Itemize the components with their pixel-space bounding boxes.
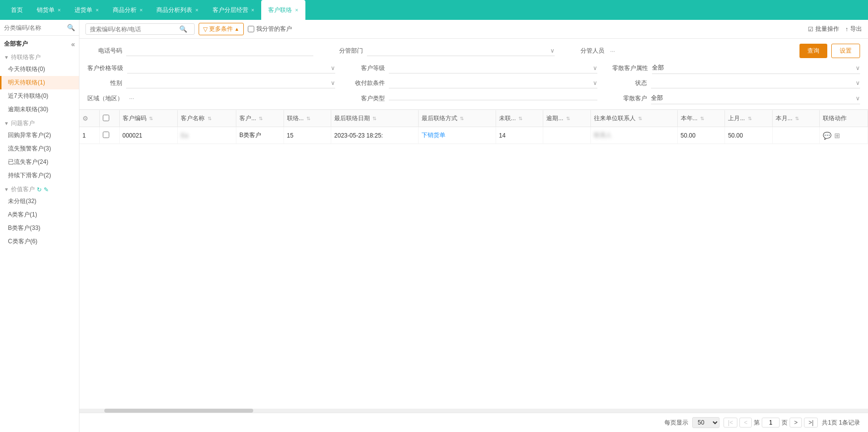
th-last-month: 上月... ⇅	[725, 110, 773, 127]
retail-customer-select[interactable]: 全部 ∨	[651, 92, 860, 104]
sidebar-item-a-class[interactable]: A类客户(1)	[0, 208, 79, 221]
th-unlinked: 未联... ⇅	[496, 110, 543, 127]
horizontal-scrollbar[interactable]	[79, 409, 868, 413]
filter-customer-type: 客户类型	[350, 94, 598, 103]
row-checkbox[interactable]	[103, 132, 109, 138]
customer-type-select[interactable]	[389, 97, 598, 100]
query-button[interactable]: 查询	[799, 44, 827, 58]
phone-input[interactable]	[126, 46, 313, 56]
sidebar-item-week-pending[interactable]: 近7天待联络(0)	[0, 89, 79, 103]
scrollbar-thumb[interactable]	[104, 409, 253, 413]
nav-purchase[interactable]: 进货单 ×	[68, 0, 105, 20]
sidebar-item-declining[interactable]: 持续下滑客户(2)	[0, 169, 79, 182]
thisyear-sort-icon[interactable]: ⇅	[700, 116, 704, 121]
dept-select[interactable]: ∨	[367, 46, 554, 56]
page-input[interactable]	[762, 418, 780, 428]
last-page-button[interactable]: >|	[804, 418, 818, 428]
contact-sort-icon[interactable]: ⇅	[306, 116, 310, 121]
first-page-button[interactable]: |<	[723, 418, 737, 428]
sidebar-item-b-class[interactable]: B类客户(33)	[0, 221, 79, 235]
td-actions: 💬 ⊞	[820, 127, 868, 144]
message-action-icon[interactable]: 💬	[823, 132, 831, 140]
refresh-icon[interactable]: ↻	[37, 186, 42, 193]
sidebar-item-churned[interactable]: 已流失客户(24)	[0, 155, 79, 169]
nav-product-list[interactable]: 商品分析列表 ×	[149, 0, 205, 20]
price-grade-chevron-icon: ∨	[331, 65, 335, 72]
unitcontact-sort-icon[interactable]: ⇅	[638, 116, 642, 121]
more-filter-button[interactable]: ▽ 更多条件 ▲	[199, 23, 244, 35]
nav-customer-contact[interactable]: 客户联络 ×	[261, 0, 305, 20]
close-product-list-icon[interactable]: ×	[195, 7, 198, 13]
my-customers-check[interactable]: 我分管的客户	[248, 25, 292, 33]
close-purchase-icon[interactable]: ×	[95, 7, 98, 13]
lastmethod-sort-icon[interactable]: ⇅	[460, 116, 464, 121]
search-box: 🔍	[85, 23, 195, 35]
status-select[interactable]: ∨	[651, 78, 860, 88]
close-contact-icon[interactable]: ×	[295, 7, 298, 13]
search-icon[interactable]: 🔍	[179, 25, 187, 33]
per-page-select[interactable]: 50 100 200	[692, 417, 720, 428]
filter-row-4: 区域（地区） ··· 客户类型 零散客户 全部 ∨	[87, 92, 860, 104]
nav-product-analysis[interactable]: 商品分析 ×	[106, 0, 149, 20]
close-product-analysis-icon[interactable]: ×	[140, 7, 143, 13]
sidebar-item-tomorrow-pending[interactable]: 明天待联络(1)	[0, 76, 79, 89]
overdue-sort-icon[interactable]: ⇅	[566, 116, 570, 121]
filter-customer-grade: 客户等级 ∨	[350, 63, 598, 73]
thismonth-sort-icon[interactable]: ⇅	[795, 116, 799, 121]
page-nav: |< < 第 页 > >|	[723, 418, 818, 428]
sidebar-item-churn-warning[interactable]: 流失预警客户(3)	[0, 142, 79, 155]
region-dots: ···	[129, 95, 134, 102]
lastmonth-sort-icon[interactable]: ⇅	[748, 116, 752, 121]
sidebar-search-icon[interactable]: 🔍	[67, 24, 75, 31]
my-customers-checkbox[interactable]	[248, 26, 254, 32]
sidebar-item-repurchase-abnormal[interactable]: 回购异常客户(2)	[0, 129, 79, 142]
prev-page-button[interactable]: <	[739, 418, 752, 428]
filter-price-grade: 客户价格等级 ∨	[87, 63, 335, 73]
th-customer-type: 客户... ⇅	[236, 110, 284, 127]
select-all-checkbox[interactable]	[103, 115, 109, 121]
search-input[interactable]	[90, 26, 179, 33]
ctype-sort-icon[interactable]: ⇅	[259, 116, 263, 121]
price-grade-select[interactable]: ∨	[127, 63, 335, 73]
filter-person: 分管人员 ···	[570, 47, 796, 55]
gender-select[interactable]: ∨	[126, 78, 335, 88]
setting-button[interactable]: 设置	[831, 44, 860, 58]
sidebar-item-c-class[interactable]: C类客户(6)	[0, 235, 79, 248]
collapse-all-icon[interactable]: «	[71, 40, 75, 48]
edit-icon[interactable]: ✎	[44, 186, 49, 193]
close-segment-icon[interactable]: ×	[251, 7, 254, 13]
close-sales-icon[interactable]: ×	[58, 7, 61, 13]
grid-action-icon[interactable]: ⊞	[834, 132, 840, 140]
lastdate-sort-icon[interactable]: ⇅	[372, 116, 376, 121]
payment-select[interactable]: ∨	[389, 78, 598, 88]
name-sort-icon[interactable]: ⇅	[208, 116, 212, 121]
td-unit-contact: 联系人	[590, 127, 677, 144]
nav-sales[interactable]: 销货单 ×	[30, 0, 68, 20]
sidebar-search-input[interactable]	[4, 24, 67, 31]
nav-home[interactable]: 首页	[4, 0, 30, 20]
sidebar-item-ungrouped[interactable]: 未分组(32)	[0, 195, 79, 208]
filter-phone: 电话号码	[87, 46, 313, 56]
customer-grade-select[interactable]: ∨	[389, 63, 598, 73]
value-arrow-icon: ▼	[4, 187, 9, 192]
retail-attr-select[interactable]: 全部 ∨	[652, 62, 860, 74]
settings-icon[interactable]: ⚙	[82, 115, 88, 122]
td-contact-count: 15	[284, 127, 331, 144]
td-last-month: 50.00	[725, 127, 773, 144]
code-sort-icon[interactable]: ⇅	[149, 116, 153, 121]
sidebar-item-today-pending[interactable]: 今天待联络(0)	[0, 63, 79, 76]
last-contact-link[interactable]: 下销货单	[422, 132, 445, 139]
td-name: Ea	[178, 127, 236, 144]
person-label: 分管人员	[570, 47, 604, 55]
nav-customer-segment[interactable]: 客户分层经营 ×	[206, 0, 261, 20]
sidebar-all-customers[interactable]: 全部客户 «	[0, 36, 79, 50]
sidebar-item-overdue-pending[interactable]: 逾期未联络(30)	[0, 103, 79, 116]
export-button[interactable]: ↑ 导出	[845, 25, 862, 33]
batch-op-button[interactable]: ☑ 批量操作	[808, 25, 839, 33]
filter-row-3: 性别 ∨ 收付款条件 ∨ 状态 ∨	[87, 78, 860, 88]
unlinked-sort-icon[interactable]: ⇅	[518, 116, 522, 121]
gender-chevron-icon: ∨	[331, 79, 335, 86]
next-page-button[interactable]: >	[790, 418, 802, 428]
table-row: 1 000021 Ea B类客户 15 2023-05-23 18:25: 下销…	[79, 127, 868, 144]
gender-label: 性别	[87, 79, 122, 87]
